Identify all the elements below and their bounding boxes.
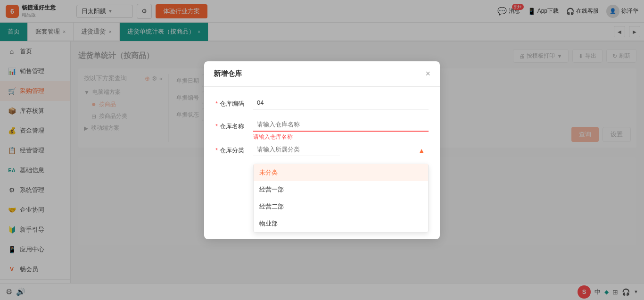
new-warehouse-modal: 新增仓库 × * 仓库编码 * 仓库名称 <box>204 61 440 239</box>
warehouse-code-input[interactable] <box>253 96 429 109</box>
warehouse-category-input[interactable] <box>253 143 340 156</box>
category-field-wrap: ▲ 未分类 经营一部 经营二部 物业部 <box>253 143 429 156</box>
dropdown-item-property[interactable]: 物业部 <box>254 215 428 232</box>
warehouse-category-row: * 仓库分类 ▲ 未分类 经营一部 经营二部 物业部 <box>215 143 429 156</box>
warehouse-code-label: * 仓库编码 <box>215 96 253 108</box>
dropdown-item-dept1[interactable]: 经营一部 <box>254 181 428 198</box>
modal-title: 新增仓库 <box>214 69 242 78</box>
warehouse-name-input[interactable] <box>253 118 429 132</box>
dropdown-item-uncategorized[interactable]: 未分类 <box>254 164 428 181</box>
warehouse-name-label: * 仓库名称 <box>215 119 253 131</box>
warehouse-name-error: 请输入仓库名称 <box>253 133 293 141</box>
modal-close-button[interactable]: × <box>425 69 430 79</box>
category-dropdown-arrow[interactable]: ▲ <box>418 147 425 154</box>
dropdown-item-dept2[interactable]: 经营二部 <box>254 198 428 215</box>
warehouse-name-row: * 仓库名称 请输入仓库名称 <box>215 118 429 132</box>
warehouse-code-row: * 仓库编码 <box>215 96 429 109</box>
modal-header: 新增仓库 × <box>204 61 440 87</box>
category-dropdown: 未分类 经营一部 经营二部 物业部 <box>253 164 429 233</box>
modal-overlay: 新增仓库 × * 仓库编码 * 仓库名称 <box>0 0 644 300</box>
modal-body: * 仓库编码 * 仓库名称 请输入仓库名称 * <box>204 87 440 174</box>
warehouse-category-label: * 仓库分类 <box>215 143 253 155</box>
